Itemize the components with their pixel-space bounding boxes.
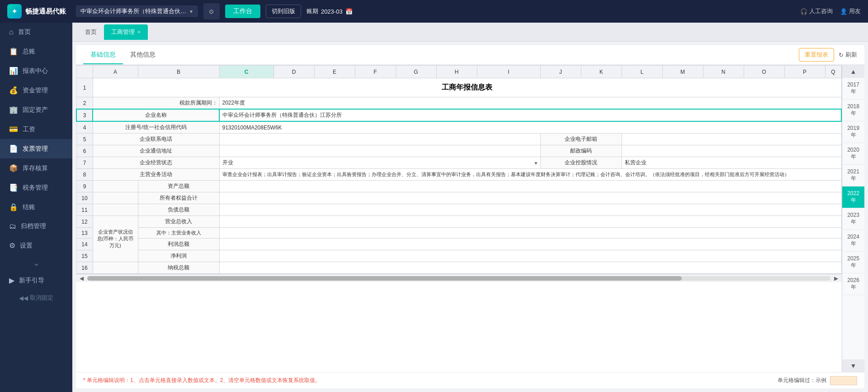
company-dropdown-icon: ▼ [189,9,193,14]
row-num-15: 15 [76,250,93,262]
period-area: 账期 2023-03 📅 [307,7,353,15]
inventory-icon: 📦 [9,164,18,172]
spreadsheet-wrapper: A B C D E F G H I J K L [76,65,864,372]
liabilities-value[interactable] [219,204,841,216]
sub-tab-other-label: 其他信息 [130,51,156,58]
sidebar-item-settings[interactable]: ⚙ 设置 [0,236,72,255]
year-nav-down-button[interactable]: ▼ [842,359,864,372]
sidebar-item-label: 总账 [23,48,35,56]
sidebar-item-salary[interactable]: 💳 工资 [0,120,72,139]
sidebar-item-label: 库存核算 [23,164,48,172]
company-name-value-cell[interactable]: 中审众环会计师事务所（特殊普通合伙）江苏分所 [219,109,841,121]
side-year-panel: ▲ 2017年 2018年 2019年 2020年 2021年 2022年 20… [842,65,864,372]
sub-tab-other[interactable]: 其他信息 [123,46,163,64]
total-tax-value[interactable] [219,262,841,274]
workbench-button[interactable]: 工作台 [225,5,260,18]
email-value-cell[interactable] [622,134,841,145]
empty-a-16 [93,262,138,274]
sidebar-item-ledger[interactable]: 📋 总账 [0,42,72,61]
sidebar-item-label: 工资 [23,125,35,134]
period-value: 2023-03 [321,8,343,15]
year-item-2025[interactable]: 2025年 [842,252,864,273]
company-icon-btn[interactable]: ⊙ [203,3,220,19]
sidebar: ⌂ 首页 📋 总账 📊 报表中心 💰 资金管理 🏢 固定资产 💳 工资 📄 发票… [0,23,72,392]
row-num-6: 6 [76,145,93,157]
tab-home[interactable]: 首页 [78,24,104,40]
biz-status-label-cell: 企业经营状态 [93,157,219,169]
sidebar-pin-button[interactable]: ◀◀ 取消固定 [0,290,72,306]
equity-value[interactable] [219,192,841,204]
content-area: 首页 工商管理 × 基础信息 其他信息 重置报表 ↻ [72,23,868,392]
h-scroll-left-button[interactable]: ◀ [78,275,85,282]
sidebar-item-inventory[interactable]: 📦 库存核算 [0,158,72,178]
col-q-header: Q [825,66,841,78]
support-label: 人工咨询 [809,7,833,15]
total-profit-value[interactable] [219,239,841,250]
main-layout: ⌂ 首页 📋 总账 📊 报表中心 💰 资金管理 🏢 固定资产 💳 工资 📄 发票… [0,23,868,392]
h-scroll-right-button[interactable]: ▶ [832,275,840,282]
sidebar-item-archive[interactable]: 🗂 归档管理 [0,217,72,236]
revenue-value[interactable] [219,216,841,228]
company-name: 中审众环会计师事务所（特殊普通合伙… [80,7,186,15]
biz-activity-value-cell[interactable]: 审查企业会计报表；出具审计报告；验证企业资本；出具验资报告；办理企业合并、分立、… [219,169,841,181]
company-selector[interactable]: 中审众环会计师事务所（特殊普通合伙… ▼ [76,5,198,17]
phone-value-cell[interactable] [219,134,540,145]
table-row: 7 企业经营状态 开业 ▼ 企业控股情况 私营企业 [76,157,841,169]
year-item-2020[interactable]: 2020年 [842,143,864,165]
sidebar-scroll-down-button[interactable]: ⌄ [0,255,72,271]
year-item-2026[interactable]: 2026年 [842,273,864,295]
tab-close-icon[interactable]: × [137,29,141,35]
main-revenue-value[interactable] [219,228,841,239]
user-item[interactable]: 👤 用友 [840,7,861,15]
calendar-icon[interactable]: 📅 [345,8,353,15]
phone-label-cell: 企业联系电话 [93,134,219,145]
year-item-2023[interactable]: 2023年 [842,208,864,230]
salary-icon: 💳 [9,125,18,134]
holding-value-cell[interactable]: 私营企业 [622,157,841,169]
table-row: 1 工商年报信息表 [76,78,841,97]
tab-home-label: 首页 [85,28,97,36]
row-num-16: 16 [76,262,93,274]
postal-value-cell[interactable] [622,145,841,157]
year-item-2019[interactable]: 2019年 [842,121,864,143]
total-assets-value[interactable] [219,181,841,192]
support-item[interactable]: 🎧 人工咨询 [800,7,833,15]
sidebar-item-home[interactable]: ⌂ 首页 [0,23,72,42]
table-row: 10 所有者权益合计 [76,192,841,204]
biz-status-value-cell[interactable]: 开业 ▼ [219,157,540,169]
finance-icon: 💰 [9,86,18,95]
year-item-2017[interactable]: 2017年 [842,78,864,100]
tab-bizmanage[interactable]: 工商管理 × [104,24,148,40]
logo-text: 畅捷通易代账 [25,7,66,16]
sidebar-item-finance[interactable]: 💰 资金管理 [0,81,72,100]
sub-tab-basic[interactable]: 基础信息 [83,46,123,64]
year-item-2022[interactable]: 2022年 [842,186,864,208]
sidebar-item-invoice[interactable]: 📄 发票管理 [0,139,72,158]
refresh-button[interactable]: ↻ 刷新 [839,48,857,62]
col-c-header: C [219,66,274,78]
col-f-header: F [355,66,396,78]
table-row: 15 净利润 [76,250,841,262]
assets-icon: 🏢 [9,105,18,114]
year-item-2021[interactable]: 2021年 [842,165,864,186]
reg-num-value-cell[interactable]: 91320100MA208E5W6K [219,121,841,134]
sidebar-item-guide[interactable]: ▶ 新手引导 [0,271,72,290]
refresh-icon: ↻ [839,52,844,58]
h-scroll-track[interactable] [87,276,830,281]
switch-version-button[interactable]: 切到旧版 [266,5,301,18]
reset-report-button[interactable]: 重置报表 [799,48,834,62]
row-num-4: 4 [76,121,93,134]
sidebar-item-tax[interactable]: 📑 税务管理 [0,178,72,197]
sidebar-item-close[interactable]: 🔒 结账 [0,197,72,217]
address-value-cell[interactable] [219,145,540,157]
spreadsheet-main[interactable]: A B C D E F G H I J K L [76,65,842,372]
sidebar-item-reports[interactable]: 📊 报表中心 [0,61,72,81]
period-value-cell[interactable]: 2022年度 [219,97,841,110]
net-profit-value[interactable] [219,250,841,262]
sidebar-item-assets[interactable]: 🏢 固定资产 [0,100,72,120]
main-revenue-label: 其中：主营业务收入 [138,228,219,239]
year-nav-up-button[interactable]: ▲ [842,65,864,78]
net-profit-label: 净利润 [138,250,219,262]
year-item-2018[interactable]: 2018年 [842,100,864,121]
year-item-2024[interactable]: 2024年 [842,230,864,252]
